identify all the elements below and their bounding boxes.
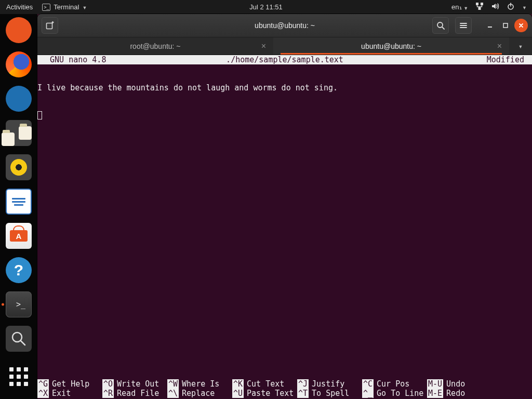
nano-shortcut: ^XExit <box>37 389 102 398</box>
shortcut-key: ^W <box>167 379 179 389</box>
minimize-button[interactable] <box>483 19 497 32</box>
input-source[interactable]: en₁ ▼ <box>451 3 468 11</box>
dock-item-image-viewer[interactable] <box>6 326 32 352</box>
clock[interactable]: Jul 2 11:51 <box>249 3 283 11</box>
nano-shortcut: ^KCut Text <box>232 379 297 389</box>
terminal-viewport[interactable]: GNU nano 4.8 ./home/sample/sample.text M… <box>37 55 532 399</box>
shortcut-key: ^_ <box>362 389 374 398</box>
nano-shortcut: M-UUndo <box>427 379 492 389</box>
menu-button[interactable] <box>455 17 472 34</box>
titlebar[interactable]: ubuntu@ubuntu: ~ <box>37 14 532 37</box>
nano-shortcut: ^TTo Spell <box>297 389 362 398</box>
shortcut-label: Cur Pos <box>374 379 409 389</box>
dock: ? >_ <box>0 14 37 399</box>
appmenu-label: Terminal <box>54 3 79 11</box>
dock-item-terminal[interactable]: >_ <box>6 291 32 317</box>
nano-shortcut: ^UPaste Text <box>232 389 297 398</box>
dock-item-ubuntu-software[interactable] <box>6 223 32 249</box>
nano-version: GNU nano 4.8 <box>41 55 106 64</box>
shortcut-key: ^O <box>102 379 114 389</box>
tab-overflow-button[interactable]: ▼ <box>509 37 532 55</box>
nano-shortcut: ^CCur Pos <box>362 379 427 389</box>
tab-close-icon[interactable]: × <box>261 42 266 51</box>
editor-line: I live because the mountains do not laug… <box>37 83 532 92</box>
network-icon[interactable] <box>475 2 484 12</box>
svg-rect-1 <box>481 3 483 5</box>
svg-rect-7 <box>503 23 508 28</box>
power-icon[interactable] <box>507 2 515 12</box>
nano-header: GNU nano 4.8 ./home/sample/sample.text M… <box>37 55 532 64</box>
window-title: ubuntu@ubuntu: ~ <box>255 21 315 30</box>
shortcut-key: ^C <box>362 379 374 389</box>
shortcut-key: ^U <box>232 389 244 398</box>
shortcut-label: Replace <box>179 389 215 398</box>
terminal-window: ubuntu@ubuntu: ~ root@ubuntu: ~ × ubuntu… <box>37 14 532 399</box>
shortcut-key: ^X <box>37 389 49 398</box>
shortcut-label: Exit <box>49 389 71 398</box>
shortcut-label: Paste Text <box>244 389 294 398</box>
dock-item-help[interactable]: ? <box>6 257 32 283</box>
volume-icon[interactable] <box>491 2 499 12</box>
dock-item-files[interactable] <box>6 120 32 146</box>
show-applications-button[interactable] <box>6 364 32 390</box>
shortcut-label: Redo <box>443 389 465 398</box>
tab-label: ubuntu@ubuntu: ~ <box>361 42 421 50</box>
nano-status: Modified <box>487 55 529 64</box>
nano-editor[interactable]: I live because the mountains do not laug… <box>37 64 532 140</box>
shortcut-key: ^T <box>297 389 309 398</box>
chevron-down-icon: ▼ <box>522 5 527 10</box>
text-cursor <box>37 111 42 119</box>
shortcut-label: Read File <box>114 389 159 398</box>
nano-shortcut: ^_Go To Line <box>362 389 427 398</box>
shortcut-key: ^\ <box>167 389 179 398</box>
shortcut-label: Go To Line <box>374 389 423 398</box>
terminal-icon: >_ <box>42 4 50 11</box>
nano-shortcut-bar: ^GGet Help^OWrite Out^WWhere Is^KCut Tex… <box>37 379 532 399</box>
search-button[interactable] <box>432 17 449 34</box>
shortcut-label: Get Help <box>49 379 89 389</box>
maximize-button[interactable] <box>499 19 512 32</box>
tab-close-icon[interactable]: × <box>497 42 502 51</box>
tab-label: root@ubuntu: ~ <box>130 42 180 50</box>
shortcut-key: ^G <box>37 379 49 389</box>
terminal-tab-0[interactable]: root@ubuntu: ~ × <box>37 37 273 55</box>
shortcut-label: To Spell <box>309 389 349 398</box>
dock-item-show-applications[interactable] <box>6 17 32 43</box>
nano-shortcut: M-ERedo <box>427 389 492 398</box>
activities-button[interactable]: Activities <box>6 3 33 11</box>
new-tab-button[interactable] <box>42 17 58 34</box>
svg-rect-5 <box>47 23 52 29</box>
nano-shortcut: ^GGet Help <box>37 379 102 389</box>
shortcut-label: Write Out <box>114 379 159 389</box>
shortcut-key: ^R <box>102 389 114 398</box>
dock-item-rhythmbox[interactable] <box>6 154 32 180</box>
close-button[interactable] <box>514 19 528 32</box>
nano-shortcut: ^OWrite Out <box>102 379 167 389</box>
shortcut-label: Justify <box>309 379 344 389</box>
chevron-down-icon: ▼ <box>82 5 87 10</box>
terminal-tab-1[interactable]: ubuntu@ubuntu: ~ × <box>273 37 509 55</box>
svg-rect-0 <box>476 3 478 5</box>
terminal-tabs: root@ubuntu: ~ × ubuntu@ubuntu: ~ × ▼ <box>37 37 532 55</box>
nano-shortcut: ^WWhere Is <box>167 379 232 389</box>
gnome-top-panel: Activities >_ Terminal ▼ Jul 2 11:51 en₁… <box>0 0 532 14</box>
shortcut-key: M-E <box>427 389 443 398</box>
shortcut-label: Cut Text <box>244 379 284 389</box>
nano-shortcut: ^JJustify <box>297 379 362 389</box>
shortcut-key: ^J <box>297 379 309 389</box>
dock-item-thunderbird[interactable] <box>6 86 32 112</box>
chevron-down-icon: ▼ <box>463 6 468 11</box>
dock-item-firefox[interactable] <box>6 51 32 77</box>
shortcut-key: M-U <box>427 379 443 389</box>
shortcut-label: Undo <box>443 379 465 389</box>
nano-filepath: ./home/sample/sample.text <box>226 55 343 64</box>
input-source-label: en₁ <box>451 3 461 11</box>
nano-shortcut: ^RRead File <box>102 389 167 398</box>
shortcut-key: ^K <box>232 379 244 389</box>
dock-item-libreoffice-writer[interactable] <box>6 189 32 215</box>
appmenu-button[interactable]: >_ Terminal ▼ <box>42 3 87 11</box>
nano-shortcut: ^\Replace <box>167 389 232 398</box>
shortcut-label: Where Is <box>179 379 219 389</box>
